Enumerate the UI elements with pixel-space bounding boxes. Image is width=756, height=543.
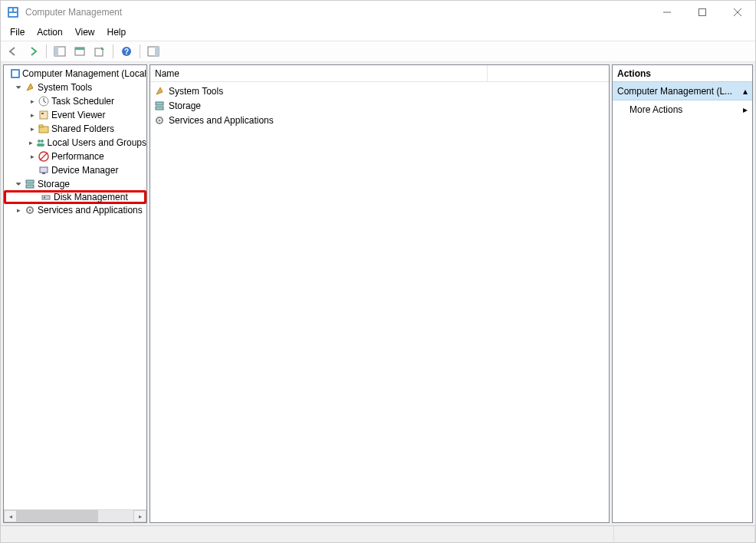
column-header-empty[interactable] bbox=[488, 65, 609, 81]
tree-event-viewer[interactable]: ▸ Event Viewer bbox=[4, 108, 146, 122]
list-item-storage[interactable]: Storage bbox=[150, 98, 609, 113]
event-viewer-icon bbox=[38, 109, 50, 121]
scroll-thumb[interactable] bbox=[17, 510, 98, 522]
tree-system-tools[interactable]: ⏷ System Tools bbox=[4, 81, 146, 94]
tree-device-manager[interactable]: Device Manager bbox=[4, 163, 146, 177]
system-tools-icon bbox=[24, 81, 36, 94]
disk-management-icon bbox=[40, 191, 52, 203]
chevron-right-icon[interactable]: ▸ bbox=[27, 123, 38, 134]
svg-rect-38 bbox=[156, 107, 163, 110]
svg-rect-37 bbox=[156, 102, 163, 105]
tree-label: Task Scheduler bbox=[51, 96, 114, 107]
chevron-right-icon[interactable]: ▸ bbox=[27, 151, 38, 162]
actions-group-header[interactable]: Computer Management (L... ▴ bbox=[613, 82, 752, 100]
svg-rect-1 bbox=[9, 8, 12, 12]
status-segment bbox=[614, 526, 755, 542]
column-header-name[interactable]: Name bbox=[150, 65, 488, 81]
tree-root-label: Computer Management (Local bbox=[22, 68, 146, 79]
toolbar: ? bbox=[1, 41, 755, 62]
chevron-right-icon[interactable]: ▸ bbox=[27, 137, 35, 148]
svg-rect-18 bbox=[12, 71, 18, 77]
computer-management-icon bbox=[10, 67, 21, 80]
tree-label: Storage bbox=[38, 179, 70, 189]
tree-local-users-groups[interactable]: ▸ Local Users and Groups bbox=[4, 136, 146, 150]
shared-folders-icon bbox=[38, 123, 50, 135]
menubar: File Action View Help bbox=[1, 24, 755, 41]
svg-rect-23 bbox=[39, 125, 43, 127]
list-body[interactable]: System Tools Storage Services and Applic… bbox=[150, 82, 609, 522]
tree-horizontal-scrollbar[interactable]: ◂ ▸ bbox=[4, 509, 146, 522]
svg-point-24 bbox=[38, 140, 41, 143]
svg-rect-16 bbox=[155, 47, 159, 56]
scroll-left-button[interactable]: ◂ bbox=[4, 510, 17, 522]
tree-shared-folders[interactable]: ▸ Shared Folders bbox=[4, 122, 146, 136]
minimize-button[interactable] bbox=[649, 1, 685, 24]
svg-rect-31 bbox=[26, 180, 34, 183]
svg-rect-2 bbox=[14, 8, 17, 12]
show-hide-tree-button[interactable] bbox=[51, 43, 69, 60]
toolbar-sep bbox=[46, 44, 47, 58]
tree-services-applications[interactable]: ▸ Services and Applications bbox=[4, 203, 146, 217]
tree-pane: Computer Management (Local ⏷ System Tool… bbox=[3, 64, 147, 523]
menu-action[interactable]: Action bbox=[31, 25, 68, 39]
list-item-services[interactable]: Services and Applications bbox=[150, 113, 609, 127]
close-button[interactable] bbox=[720, 1, 755, 24]
menu-help[interactable]: Help bbox=[101, 25, 133, 39]
app-icon bbox=[7, 6, 19, 18]
chevron-right-icon[interactable]: ▸ bbox=[13, 205, 24, 216]
tree-label: Performance bbox=[51, 151, 104, 162]
tree-label: Event Viewer bbox=[51, 110, 105, 120]
console-tree[interactable]: Computer Management (Local ⏷ System Tool… bbox=[4, 65, 146, 509]
svg-rect-11 bbox=[75, 48, 84, 50]
device-manager-icon bbox=[38, 164, 50, 176]
scroll-right-button[interactable]: ▸ bbox=[133, 510, 146, 522]
tree-label: Disk Management bbox=[54, 192, 128, 202]
maximize-button[interactable] bbox=[685, 1, 720, 24]
svg-point-36 bbox=[29, 209, 31, 212]
main-content: Computer Management (Local ⏷ System Tool… bbox=[1, 62, 755, 525]
tree-performance[interactable]: ▸ Performance bbox=[4, 150, 146, 163]
properties-button[interactable] bbox=[71, 43, 89, 60]
list-pane: Name System Tools Storage Services and A… bbox=[150, 64, 610, 523]
tree-label: System Tools bbox=[38, 82, 92, 93]
svg-rect-32 bbox=[26, 185, 34, 188]
svg-rect-21 bbox=[41, 113, 44, 114]
help-button[interactable]: ? bbox=[117, 43, 136, 60]
svg-text:?: ? bbox=[124, 48, 129, 56]
clock-icon bbox=[38, 95, 50, 107]
svg-rect-33 bbox=[42, 196, 50, 199]
actions-group-label: Computer Management (L... bbox=[617, 86, 732, 97]
toolbar-sep bbox=[113, 44, 113, 58]
storage-icon bbox=[24, 178, 36, 190]
users-icon bbox=[35, 137, 46, 149]
chevron-down-icon[interactable]: ⏷ bbox=[13, 179, 24, 189]
menu-file[interactable]: File bbox=[4, 25, 31, 39]
tree-label: Services and Applications bbox=[38, 205, 143, 216]
svg-rect-9 bbox=[54, 47, 58, 56]
tree-storage[interactable]: ⏷ Storage bbox=[4, 177, 146, 191]
back-button[interactable] bbox=[4, 43, 22, 60]
tree-disk-management[interactable]: Disk Management bbox=[4, 190, 146, 204]
actions-more-actions[interactable]: More Actions ▸ bbox=[613, 100, 752, 119]
tree-task-scheduler[interactable]: ▸ Task Scheduler bbox=[4, 94, 146, 108]
svg-rect-3 bbox=[9, 13, 17, 16]
services-icon bbox=[153, 114, 166, 127]
tree-root[interactable]: Computer Management (Local bbox=[4, 67, 146, 81]
svg-point-40 bbox=[159, 119, 161, 121]
show-actions-pane-button[interactable] bbox=[144, 43, 163, 60]
chevron-down-icon[interactable]: ⏷ bbox=[13, 82, 24, 93]
chevron-right-icon[interactable]: ▸ bbox=[27, 110, 38, 120]
forward-button[interactable] bbox=[24, 43, 42, 60]
chevron-right-icon[interactable]: ▸ bbox=[27, 96, 38, 107]
collapse-icon: ▴ bbox=[743, 86, 748, 97]
tree-label: Device Manager bbox=[51, 165, 118, 176]
performance-icon bbox=[38, 150, 50, 163]
list-header: Name bbox=[150, 65, 609, 82]
list-item-label: Services and Applications bbox=[169, 115, 274, 126]
list-item-system-tools[interactable]: System Tools bbox=[150, 84, 609, 98]
scroll-track[interactable] bbox=[17, 510, 133, 522]
export-list-button[interactable] bbox=[90, 43, 109, 60]
list-item-label: System Tools bbox=[169, 86, 223, 97]
storage-icon bbox=[153, 100, 166, 112]
menu-view[interactable]: View bbox=[69, 25, 101, 39]
